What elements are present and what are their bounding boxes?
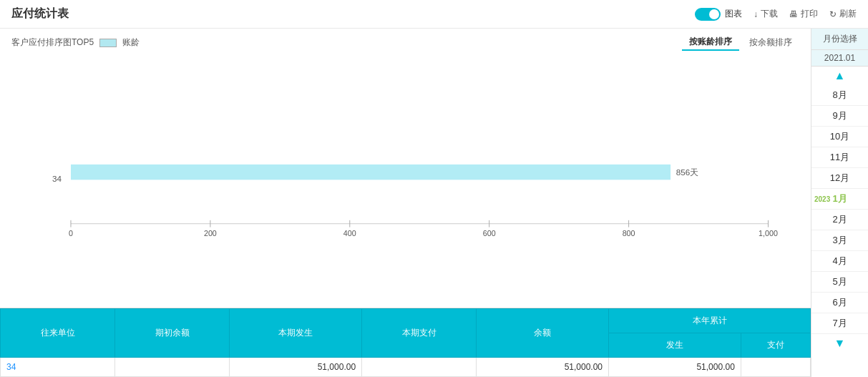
col-ytd-pay: 支付 (741, 333, 810, 358)
month-item-jul[interactable]: 7月 (811, 313, 868, 334)
col-balance: 余额 (477, 309, 609, 358)
col-opening: 期初余额 (115, 309, 230, 358)
sidebar-current-date: 2021.01 (811, 50, 868, 67)
cell-opening (115, 358, 230, 377)
y-axis-label: 34 (52, 174, 62, 183)
chart-area: 34 856天 0 200 400 600 (0, 57, 811, 308)
print-button[interactable]: 🖶 打印 (789, 8, 818, 20)
download-button[interactable]: ↓ 下载 (754, 8, 778, 20)
nav-up-arrow[interactable]: ▲ (811, 67, 868, 85)
toggle-label: 图表 (725, 8, 742, 20)
legend-box (99, 39, 117, 47)
svg-text:400: 400 (343, 229, 356, 238)
month-item-mar[interactable]: 3月 (811, 230, 868, 251)
col-ytd-occur: 发生 (609, 333, 741, 358)
svg-text:1,000: 1,000 (759, 229, 778, 238)
table-header-row: 往来单位 期初余额 本期发生 本期支付 余额 本年累计 (1, 309, 811, 333)
cell-ytd-pay (741, 358, 810, 377)
month-item-apr[interactable]: 4月 (811, 251, 868, 272)
month-item-sep[interactable]: 9月 (811, 106, 868, 127)
toggle-dot (709, 9, 719, 19)
sidebar: 月份选择 2021.01 ▲ 8月 9月 10月 11月 12月 2023 1月… (811, 29, 868, 377)
col-current: 本期发生 (230, 309, 362, 358)
app-header: 应付统计表 图表 ↓ 下载 🖶 打印 ↻ 刷新 (0, 0, 868, 29)
month-item-jan-2023[interactable]: 2023 1月 (811, 189, 868, 210)
month-item-jun[interactable]: 6月 (811, 293, 868, 313)
chart-toggle[interactable] (695, 8, 721, 21)
month-item-nov[interactable]: 11月 (811, 147, 868, 168)
svg-text:600: 600 (483, 229, 496, 238)
chart-toggle-wrap: 图表 (695, 8, 742, 21)
cell-payment (362, 358, 477, 377)
download-label: 下载 (761, 8, 778, 20)
svg-text:200: 200 (204, 229, 217, 238)
page-title: 应付统计表 (11, 6, 69, 21)
bar-rect (71, 165, 670, 180)
month-item-may[interactable]: 5月 (811, 272, 868, 293)
svg-text:0: 0 (69, 229, 73, 238)
svg-text:800: 800 (623, 229, 635, 238)
col-unit: 往来单位 (1, 309, 115, 358)
legend-box-label: 账龄 (122, 36, 140, 49)
refresh-label: 刷新 (839, 8, 857, 20)
sort-by-amount-button[interactable]: 按账龄排序 (682, 34, 739, 51)
chart-legend: 客户应付排序图TOP5 账龄 (11, 36, 140, 49)
col-ytd: 本年累计 (609, 309, 811, 333)
print-label: 打印 (801, 8, 818, 20)
cell-current: 51,000.00 (230, 358, 362, 377)
main-content: 客户应付排序图TOP5 账龄 按账龄排序 按余额排序 34 856天 (0, 29, 868, 377)
header-actions: 图表 ↓ 下载 🖶 打印 ↻ 刷新 (695, 8, 857, 21)
bar-value-label: 856天 (676, 167, 699, 177)
cell-ytd-occur: 51,000.00 (609, 358, 741, 377)
download-icon: ↓ (754, 9, 758, 19)
data-table: 往来单位 期初余额 本期发生 本期支付 余额 本年累计 发生 支付 (0, 308, 811, 377)
month-item-feb[interactable]: 2月 (811, 210, 868, 230)
print-icon: 🖶 (789, 9, 798, 19)
sidebar-nav: ▲ 8月 9月 10月 11月 12月 2023 1月 2月 3月 4月 5月 … (811, 67, 868, 353)
sort-by-balance-button[interactable]: 按余额排序 (742, 34, 799, 51)
sidebar-header: 月份选择 (811, 29, 868, 50)
sort-buttons: 按账龄排序 按余额排序 (682, 34, 799, 51)
chart-legend-label: 客户应付排序图TOP5 (11, 36, 94, 49)
month-item-aug[interactable]: 8月 (811, 85, 868, 106)
nav-down-arrow[interactable]: ▼ (811, 334, 868, 353)
cell-balance: 51,000.00 (477, 358, 609, 377)
year-badge-2023: 2023 (814, 195, 830, 203)
bar-chart: 34 856天 0 200 400 600 (43, 64, 782, 286)
refresh-icon: ↻ (829, 9, 837, 19)
table-row: 34 51,000.00 51,000.00 51,000.00 (1, 358, 811, 377)
month-item-dec[interactable]: 12月 (811, 168, 868, 189)
chart-toolbar: 客户应付排序图TOP5 账龄 按账龄排序 按余额排序 (0, 29, 811, 57)
month-item-oct[interactable]: 10月 (811, 127, 868, 147)
cell-unit[interactable]: 34 (1, 358, 115, 377)
refresh-button[interactable]: ↻ 刷新 (829, 8, 857, 20)
chart-section: 客户应付排序图TOP5 账龄 按账龄排序 按余额排序 34 856天 (0, 29, 811, 377)
table-section: 往来单位 期初余额 本期发生 本期支付 余额 本年累计 发生 支付 (0, 308, 811, 377)
col-payment: 本期支付 (362, 309, 477, 358)
